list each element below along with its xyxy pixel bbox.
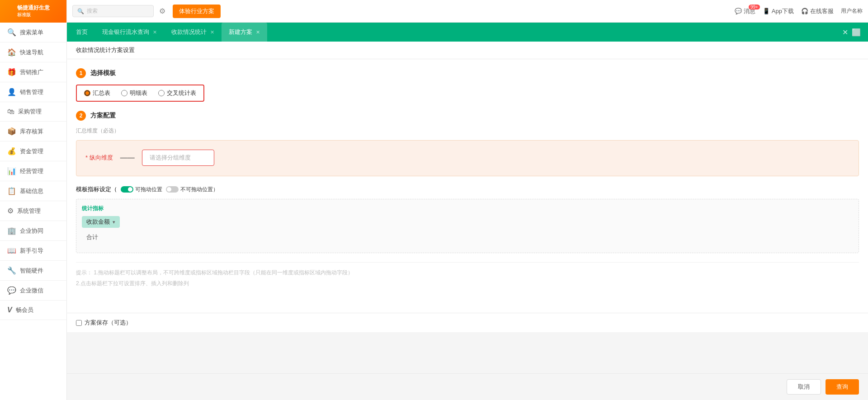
- sidebar-item-operations[interactable]: 📊 经营管理: [0, 161, 66, 181]
- sidebar-item-wechat[interactable]: 💬 企业微信: [0, 281, 66, 301]
- movable-label: 可拖动位置: [135, 186, 162, 193]
- tab-close-icon[interactable]: ✕: [256, 29, 260, 35]
- sidebar-item-label: 库存核算: [20, 127, 43, 136]
- vip-icon: V: [7, 306, 12, 314]
- topbar: 🔍 搜索 ⚙ 体验行业方案 💬 消息 99+ 📱 App下载 🎧 在线客服 用户…: [67, 0, 868, 23]
- radio-summary[interactable]: [84, 90, 90, 96]
- sidebar-item-label: 畅会员: [16, 306, 33, 314]
- sidebar-item-quick-nav[interactable]: 🏠 快速导航: [0, 42, 66, 62]
- dimension-arrow: ——: [120, 154, 135, 162]
- tab-close-icon[interactable]: ✕: [210, 29, 214, 35]
- bag-icon: 🛍: [7, 108, 14, 116]
- movable-hint: 可拖动位置: [121, 186, 162, 193]
- sidebar-item-label: 营销推广: [20, 68, 43, 76]
- app-download-label: App下载: [772, 7, 794, 15]
- radio-detail[interactable]: [121, 90, 127, 96]
- option-detail[interactable]: 明细表: [121, 89, 147, 97]
- gift-icon: 🎁: [7, 68, 16, 76]
- sidebar-item-label: 搜索菜单: [20, 28, 43, 37]
- download-icon: 📱: [763, 8, 770, 14]
- chat-icon: 💬: [7, 286, 16, 295]
- save-label-text: 方案保存（可选）: [85, 319, 132, 327]
- step2-title: 方案配置: [90, 112, 116, 120]
- indicator-tag-amount[interactable]: 收款金额 ▾: [82, 216, 120, 228]
- sidebar-item-label: 经营管理: [20, 167, 43, 175]
- query-button[interactable]: 查询: [826, 379, 859, 395]
- trial-button[interactable]: 体验行业方案: [173, 5, 221, 18]
- message-badge: 99+: [749, 5, 760, 9]
- close-window-icon[interactable]: ✕: [842, 28, 848, 37]
- step2-section: 2 方案配置 汇总维度（必选） 纵向维度 —— 请选择分组维度: [76, 111, 859, 295]
- tip-item-1: 提示： 1.拖动标题栏可以调整布局，不可跨维度或指标区域拖动栏目字段（只能在同一…: [76, 268, 859, 278]
- sidebar-item-finance[interactable]: 💰 资金管理: [0, 141, 66, 161]
- sidebar-item-label: 企业协同: [20, 227, 43, 235]
- search-bar[interactable]: 🔍 搜索: [72, 5, 154, 17]
- sidebar-item-guide[interactable]: 📖 新手引导: [0, 241, 66, 261]
- option-detail-label: 明细表: [130, 89, 147, 97]
- tips-text: 提示： 1.拖动标题栏可以调整布局，不可跨维度或指标区域拖动栏目字段（只能在同一…: [76, 268, 859, 288]
- topbar-right: 💬 消息 99+ 📱 App下载 🎧 在线客服 用户名称: [735, 7, 863, 15]
- vertical-dimension-label: 纵向维度: [85, 154, 113, 162]
- dimension-config-label: 汇总维度（必选）: [76, 127, 859, 135]
- tool-icon: 🔧: [7, 266, 16, 275]
- window-controls: ✕ ⬜: [842, 28, 866, 37]
- save-checkbox[interactable]: [76, 320, 82, 326]
- dimension-area: 纵向维度 —— 请选择分组维度: [76, 140, 859, 176]
- tab-label: 新建方案: [229, 28, 252, 36]
- sidebar-item-basic-info[interactable]: 📋 基础信息: [0, 181, 66, 201]
- sidebar-item-label: 系统管理: [17, 207, 41, 215]
- page-header: 收款情况统计方案设置: [67, 42, 868, 59]
- page-title: 收款情况统计方案设置: [76, 47, 135, 53]
- sidebar-item-inventory[interactable]: 📦 库存核算: [0, 122, 66, 141]
- tab-collection-stat[interactable]: 收款情况统计 ✕: [164, 23, 222, 42]
- tab-label: 首页: [76, 28, 88, 36]
- step1-number: 1: [76, 68, 86, 78]
- dimension-select[interactable]: 请选择分组维度: [142, 150, 214, 166]
- indicator-row: 收款金额 ▾: [82, 216, 853, 228]
- option-cross[interactable]: 交叉统计表: [158, 89, 196, 97]
- sidebar-item-system[interactable]: ⚙ 系统管理: [0, 201, 66, 221]
- tabbar: 首页 现金银行流水查询 ✕ 收款情况统计 ✕ 新建方案 ✕ ✕ ⬜: [67, 23, 868, 42]
- user-icon: 👤: [7, 88, 16, 96]
- message-button[interactable]: 💬 消息 99+: [735, 7, 755, 15]
- tab-close-icon[interactable]: ✕: [153, 29, 157, 35]
- tab-new-plan[interactable]: 新建方案 ✕: [222, 23, 267, 42]
- search-icon: 🔍: [77, 8, 84, 14]
- sidebar-item-smart-hw[interactable]: 🔧 智能硬件: [0, 261, 66, 281]
- sidebar-item-purchase[interactable]: 🛍 采购管理: [0, 102, 66, 122]
- step2-header: 2 方案配置: [76, 111, 859, 121]
- step1-section: 1 选择模板 汇总表 明细表 交叉统计表: [76, 68, 859, 102]
- home-icon: 🏠: [7, 48, 16, 56]
- main-area: 🔍 搜索 ⚙ 体验行业方案 💬 消息 99+ 📱 App下载 🎧 在线客服 用户…: [67, 0, 868, 400]
- app-download-button[interactable]: 📱 App下载: [763, 7, 794, 15]
- indicators-label-text: 模板指标设定（: [76, 185, 117, 193]
- indicators-header: 模板指标设定（ 可拖动位置 不可拖动位置）: [76, 185, 859, 193]
- indicators-section: 模板指标设定（ 可拖动位置 不可拖动位置） 统计指标: [76, 185, 859, 253]
- sidebar-item-search-menu[interactable]: 🔍 搜索菜单: [0, 23, 66, 42]
- maximize-window-icon[interactable]: ⬜: [852, 28, 861, 37]
- tab-cash-bank[interactable]: 现金银行流水查询 ✕: [95, 23, 164, 42]
- message-icon: 💬: [735, 8, 742, 14]
- sidebar-item-sales[interactable]: 👤 销售管理: [0, 82, 66, 102]
- sidebar-item-marketing[interactable]: 🎁 营销推广: [0, 62, 66, 82]
- movable-toggle: [121, 186, 133, 193]
- chart-icon: 📊: [7, 167, 16, 175]
- indicators-config: 统计指标 收款金额 ▾ 合计: [76, 199, 859, 253]
- option-summary-label: 汇总表: [93, 89, 110, 97]
- save-label[interactable]: 方案保存（可选）: [76, 319, 132, 327]
- online-service-button[interactable]: 🎧 在线客服: [801, 7, 834, 15]
- sidebar-item-label: 资金管理: [20, 147, 43, 155]
- option-summary[interactable]: 汇总表: [84, 89, 110, 97]
- tab-home[interactable]: 首页: [69, 23, 95, 42]
- radio-cross[interactable]: [158, 90, 165, 96]
- tips-section: 提示： 1.拖动标题栏可以调整布局，不可跨维度或指标区域拖动栏目字段（只能在同一…: [76, 262, 859, 295]
- app-logo: 畅捷通好生意 标准版: [0, 0, 66, 23]
- sidebar-item-enterprise[interactable]: 🏢 企业协同: [0, 221, 66, 241]
- cancel-button[interactable]: 取消: [787, 379, 821, 395]
- sidebar-item-member[interactable]: V 畅会员: [0, 301, 66, 320]
- search-icon: 🔍: [7, 28, 16, 37]
- footer: 取消 查询: [67, 373, 868, 400]
- option-cross-label: 交叉统计表: [167, 89, 196, 97]
- settings-button[interactable]: ⚙: [157, 5, 167, 17]
- money-icon: 💰: [7, 147, 16, 155]
